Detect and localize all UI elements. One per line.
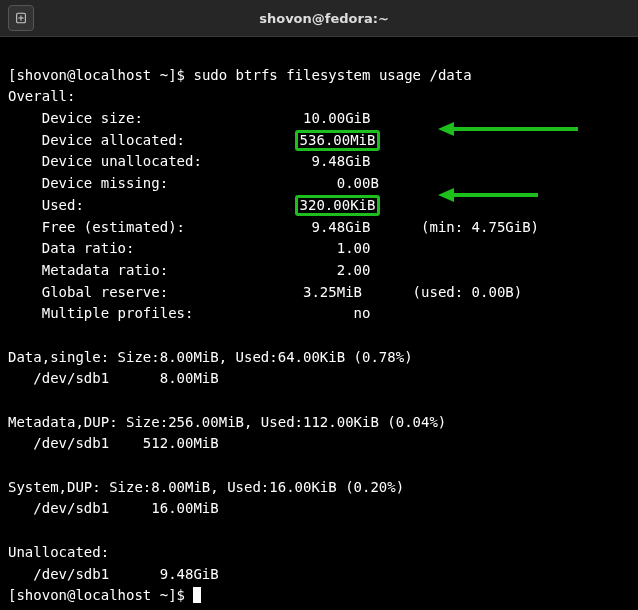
row-device-missing: Device missing: 0.00B [8,175,379,191]
allocated-highlight: 536.00MiB [295,130,381,151]
section-system-dev: /dev/sdb1 16.00MiB [8,500,219,516]
svg-marker-4 [438,122,454,136]
used-highlight: 320.00KiB [295,195,381,216]
section-unalloc-dev: /dev/sdb1 9.48GiB [8,566,219,582]
terminal[interactable]: [shovon@localhost ~]$ sudo btrfs filesys… [0,37,638,610]
row-device-allocated: Device allocated: 536.00MiB [8,132,380,148]
section-metadata: Metadata,DUP: Size:256.00MiB, Used:112.0… [8,414,446,430]
prompt: [shovon@localhost ~]$ [8,67,185,83]
cursor [193,587,201,603]
titlebar: shovon@fedora:~ [0,0,638,37]
section-unalloc: Unallocated: [8,544,109,560]
row-used: Used: 320.00KiB [8,197,380,213]
row-device-unallocated: Device unallocated: 9.48GiB [8,153,370,169]
row-multiple-profiles: Multiple profiles: no [8,305,370,321]
arrow-allocated-icon [438,119,578,139]
row-device-size: Device size: 10.00GiB [8,110,370,126]
window-title: shovon@fedora:~ [42,11,606,26]
row-metadata-ratio: Metadata ratio: 2.00 [8,262,370,278]
section-metadata-dev: /dev/sdb1 512.00MiB [8,435,219,451]
arrow-used-icon [438,185,538,205]
new-tab-icon [14,11,28,25]
row-data-ratio: Data ratio: 1.00 [8,240,370,256]
section-data: Data,single: Size:8.00MiB, Used:64.00KiB… [8,349,413,365]
section-system: System,DUP: Size:8.00MiB, Used:16.00KiB … [8,479,404,495]
row-global-reserve: Global reserve: 3.25MiB (used: 0.00B) [8,284,522,300]
section-data-dev: /dev/sdb1 8.00MiB [8,370,219,386]
command-text: sudo btrfs filesystem usage /data [193,67,471,83]
overall-header: Overall: [8,88,75,104]
svg-marker-6 [438,188,454,202]
row-free-estimated: Free (estimated): 9.48GiB (min: 4.75GiB) [8,219,539,235]
prompt-end: [shovon@localhost ~]$ [8,587,185,603]
new-tab-button[interactable] [8,5,34,31]
